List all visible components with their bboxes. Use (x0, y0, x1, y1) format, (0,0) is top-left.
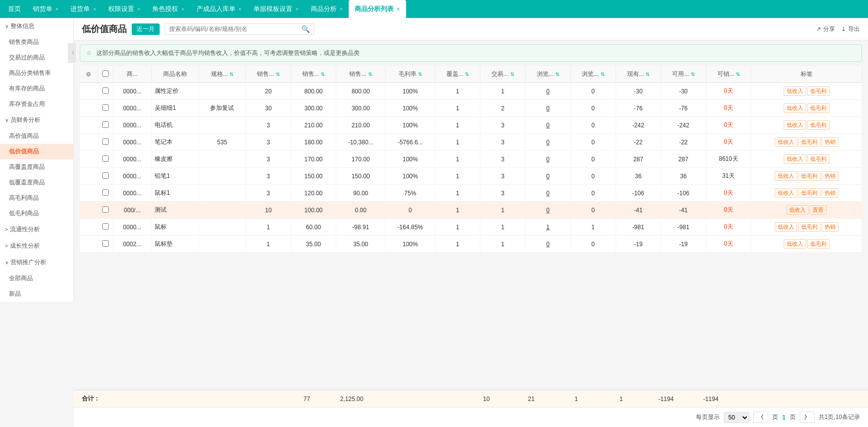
checkbox-cell[interactable] (98, 83, 113, 100)
nav-product-inbound[interactable]: 产成品入库单 × (191, 0, 247, 18)
browse1-cell[interactable]: 0 (525, 100, 570, 117)
row-checkbox[interactable] (102, 189, 109, 196)
browse1-cell[interactable]: 1 (525, 219, 570, 236)
search-icon[interactable]: 🔍 (301, 25, 310, 33)
browse-link[interactable]: 0 (546, 88, 550, 95)
settings-col-header[interactable]: ⚙ (80, 66, 98, 83)
current-stock-col-header[interactable]: 现有... ⇅ (616, 66, 660, 83)
row-checkbox[interactable] (102, 172, 109, 179)
sidebar-group-financial[interactable]: ∨ 员财务分析 (0, 112, 73, 128)
sidebar-item-all-products[interactable]: 全部商品 (0, 271, 73, 286)
export-button[interactable]: ⤓ 导出 (841, 25, 860, 33)
spec-col-header[interactable]: 规格... ⇅ (199, 66, 246, 83)
checkbox-cell[interactable] (98, 236, 113, 253)
time-filter-button[interactable]: 近一月 (132, 23, 160, 35)
share-button[interactable]: ↗ 分享 (816, 25, 835, 33)
row-checkbox[interactable] (102, 104, 109, 111)
checkbox-cell[interactable] (98, 134, 113, 151)
code-col-header[interactable]: 商... (113, 66, 151, 83)
nav-role-auth[interactable]: 角色授权 × (146, 0, 190, 18)
close-icon[interactable]: × (137, 6, 140, 12)
checkbox-cell[interactable] (98, 219, 113, 236)
gross-margin-col-header[interactable]: 毛利率 ⇅ (385, 66, 435, 83)
sales-amount-col-header[interactable]: 销售... ⇅ (291, 66, 336, 83)
browse-link[interactable]: 0 (546, 190, 550, 197)
close-icon[interactable]: × (238, 6, 241, 12)
nav-product-analysis[interactable]: 商品分析 × (305, 0, 349, 18)
sidebar-item-low-margin[interactable]: 低毛利商品 (0, 206, 73, 221)
browse-link[interactable]: 0 (546, 156, 550, 163)
checkbox-cell[interactable] (98, 168, 113, 185)
sidebar-group-liquidity[interactable]: > 流通性分析 (0, 221, 73, 238)
coverage-col-header[interactable]: 覆盖... ⇅ (435, 66, 480, 83)
sidebar-item-high-coverage[interactable]: 高覆盖度商品 (0, 159, 73, 175)
browse1-cell[interactable]: 0 (525, 151, 570, 168)
transaction-col-header[interactable]: 交易... ⇅ (480, 66, 525, 83)
row-checkbox[interactable] (102, 155, 109, 162)
sidebar-collapse-button[interactable]: 《 (68, 43, 76, 63)
next-page-button[interactable]: 》 (800, 412, 815, 423)
browse1-cell[interactable]: 0 (525, 185, 570, 202)
browse1-cell[interactable]: 0 (525, 83, 570, 100)
sidebar-item-traded-products[interactable]: 交易过的商品 (0, 50, 73, 65)
close-icon[interactable]: × (397, 6, 400, 12)
row-checkbox[interactable] (102, 223, 109, 230)
per-page-select[interactable]: 50 20 100 (724, 412, 749, 423)
nav-purchase-order[interactable]: 进货单 × (64, 0, 102, 18)
sidebar-item-low-value[interactable]: 低价值商品 (0, 144, 73, 159)
close-icon[interactable]: × (93, 6, 96, 12)
sales-profit-col-header[interactable]: 销售... ⇅ (336, 66, 386, 83)
browse1-cell[interactable]: 0 (525, 202, 570, 219)
search-input[interactable] (169, 25, 299, 32)
browse-link[interactable]: 0 (546, 105, 550, 112)
checkbox-cell[interactable] (98, 100, 113, 117)
sidebar-item-new-products[interactable]: 新品 (0, 286, 73, 302)
row-checkbox[interactable] (102, 240, 109, 247)
sales-qty-col-header[interactable]: 销售... ⇅ (246, 66, 291, 83)
select-all-checkbox[interactable] (102, 70, 109, 77)
checkbox-cell[interactable] (98, 151, 113, 168)
row-checkbox[interactable] (102, 206, 109, 213)
sidebar-group-marketing[interactable]: ∨ 营销推广分析 (0, 254, 73, 271)
sidebar-item-high-value[interactable]: 高价值商品 (0, 128, 73, 144)
sidebar-group-growth[interactable]: > 成长性分析 (0, 238, 73, 254)
sidebar-group-overview[interactable]: ∨ 整体信息 (0, 18, 73, 34)
browse2-col-header[interactable]: 浏览... ⇅ (571, 66, 616, 83)
name-col-header[interactable]: 商品名称 (152, 66, 199, 83)
saleable-col-header[interactable]: 可销... ⇅ (706, 66, 751, 83)
row-checkbox[interactable] (102, 87, 109, 94)
browse-link[interactable]: 0 (546, 241, 550, 248)
browse-link[interactable]: 1 (546, 224, 550, 231)
sidebar-item-stocked-products[interactable]: 有库存的商品 (0, 81, 73, 96)
checkbox-cell[interactable] (98, 185, 113, 202)
checkbox-cell[interactable] (98, 202, 113, 219)
nav-home[interactable]: 首页 (2, 0, 27, 18)
sidebar-item-inventory-fund[interactable]: 库存资金占用 (0, 96, 73, 112)
close-icon[interactable]: × (181, 6, 184, 12)
browse-link[interactable]: 0 (546, 173, 550, 180)
browse1-cell[interactable]: 0 (525, 117, 570, 134)
browse1-col-header[interactable]: 浏览... ⇅ (525, 66, 570, 83)
checkbox-cell[interactable] (98, 117, 113, 134)
checkbox-col-header[interactable] (98, 66, 113, 83)
browse1-cell[interactable]: 0 (525, 134, 570, 151)
close-icon[interactable]: × (340, 6, 343, 12)
nav-permission[interactable]: 权限设置 × (102, 0, 146, 18)
browse1-cell[interactable]: 0 (525, 236, 570, 253)
row-checkbox[interactable] (102, 121, 109, 128)
sidebar-item-high-margin[interactable]: 高毛利商品 (0, 190, 73, 206)
browse-link[interactable]: 0 (546, 139, 550, 146)
sidebar-item-category-sales-rate[interactable]: 商品分类销售率 (0, 65, 73, 81)
browse-link[interactable]: 0 (546, 122, 550, 129)
prev-page-button[interactable]: 《 (753, 412, 768, 423)
sidebar-item-sales-products[interactable]: 销售类商品 (0, 34, 73, 50)
close-icon[interactable]: × (295, 6, 298, 12)
close-icon[interactable]: × (55, 6, 58, 12)
sidebar-item-low-coverage[interactable]: 低覆盖度商品 (0, 175, 73, 190)
browse1-cell[interactable]: 0 (525, 168, 570, 185)
nav-product-analysis-list[interactable]: 商品分析列表 × (349, 0, 406, 18)
browse-link[interactable]: 0 (546, 207, 550, 214)
row-checkbox[interactable] (102, 138, 109, 145)
nav-template-settings[interactable]: 单据模板设置 × (247, 0, 304, 18)
nav-sales-order[interactable]: 销货单 × (27, 0, 64, 18)
